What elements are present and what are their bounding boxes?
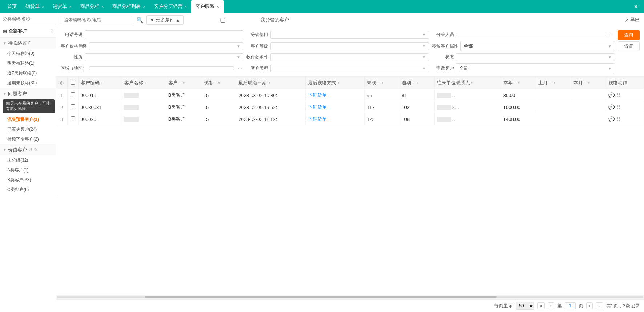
field-region-label: 区域（地区） [61, 65, 87, 72]
th-gear[interactable]: ⚙ [56, 77, 67, 89]
page-number-input[interactable] [565, 302, 576, 309]
field-price-level-select[interactable]: ▼ [89, 42, 243, 50]
sidebar-item-today[interactable]: 今天待联络(0) [0, 49, 56, 58]
first-page-button[interactable]: « [537, 302, 545, 309]
sidebar-item-class-a[interactable]: A类客户(1) [0, 165, 56, 175]
tab-analysis[interactable]: 商品分析 × [76, 0, 108, 13]
window-close-button[interactable]: ✕ [631, 3, 641, 10]
th-checkbox[interactable] [67, 77, 78, 89]
tab-analysis-list[interactable]: 商品分析列表 × [108, 0, 149, 13]
my-customers-checkbox-label[interactable]: 我分管的客户 [186, 17, 289, 23]
manager-dots-button[interactable]: ··· [608, 32, 615, 37]
tab-sales-close[interactable]: × [42, 4, 44, 9]
row-last-method-3[interactable]: 下销货单 [305, 113, 364, 125]
tab-analysis-list-close[interactable]: × [143, 4, 145, 9]
grid-icon: ⊞ [3, 29, 7, 34]
refresh-icon[interactable]: ↺ [28, 147, 32, 153]
sidebar-group-value-header[interactable]: ▼ 价值客户 ↺ ✎ [0, 145, 56, 155]
next-page-button[interactable]: › [586, 302, 593, 309]
more-icon-1[interactable]: ⠿ [617, 92, 620, 98]
row-checkbox-1[interactable] [67, 89, 78, 101]
th-unlink-days[interactable]: 未联... [364, 77, 399, 89]
tab-customer-contact-close[interactable]: × [217, 4, 219, 9]
field-nature-select[interactable]: ▼ [85, 53, 243, 61]
row-num-1: 1 [56, 89, 67, 101]
sidebar-item-class-b[interactable]: B类客户(33) [0, 175, 56, 185]
row-checkbox-2[interactable] [67, 101, 78, 113]
horizontal-scrollbar[interactable] [56, 295, 644, 299]
field-dept-select[interactable]: ▼ [270, 31, 429, 39]
more-icon-2[interactable]: ⠿ [617, 104, 620, 110]
sidebar-group-pending-header[interactable]: ▼ 待联络客户 [0, 38, 56, 49]
edit-icon[interactable]: ✎ [34, 147, 38, 153]
table-header-row: ⚙ 客户编码 客户名称 客户... 联络... 最后联络日期 最后联络方式 未联… [56, 77, 644, 89]
tab-customer-layer[interactable]: 客户分层经营 × [150, 0, 191, 13]
tab-purchase[interactable]: 进货单 × [48, 0, 76, 13]
field-manager-select[interactable] [456, 33, 605, 36]
sidebar-collapse-btn[interactable]: « [51, 29, 53, 34]
sidebar-item-churned[interactable]: 已流失客户(24) [0, 125, 56, 134]
field-customer-type-select[interactable]: ▼ [270, 65, 429, 72]
region-dots-button[interactable]: ··· [236, 65, 243, 71]
th-this-year[interactable]: 本年... [501, 77, 536, 89]
row-last-method-1[interactable]: 下销货单 [305, 89, 364, 101]
select-all-checkbox[interactable] [71, 80, 75, 85]
row-1-checkbox[interactable] [71, 92, 75, 97]
sidebar-item-overdue[interactable]: 逾期未联络(30) [0, 78, 56, 88]
sidebar-item-declining[interactable]: 持续下滑客户(2) [0, 134, 56, 144]
tab-customer-layer-close[interactable]: × [185, 4, 187, 9]
tab-purchase-close[interactable]: × [69, 4, 71, 9]
field-region-select[interactable] [89, 66, 234, 70]
sidebar-item-7days[interactable]: 近7天待联络(0) [0, 68, 56, 78]
th-contact-count[interactable]: 联络... [201, 77, 236, 89]
chat-icon-2[interactable]: 💬 [608, 104, 615, 110]
th-customer-type[interactable]: 客户... [166, 77, 201, 89]
th-customer-name[interactable]: 客户名称 [122, 77, 166, 89]
sidebar-item-tomorrow[interactable]: 明天待联络(1) [0, 58, 56, 68]
filter-row-1: 电话号码 分管部门 ▼ 分管人员 [61, 30, 615, 39]
home-tab[interactable]: 首页 [3, 3, 21, 10]
my-customers-checkbox[interactable] [186, 18, 259, 23]
sidebar-group-problem-header[interactable]: ▼ 问题客户 [0, 88, 56, 99]
field-retail-select[interactable]: 全部 ▼ [456, 63, 615, 73]
sidebar-search-input[interactable] [3, 16, 56, 21]
sidebar-item-ungrouped[interactable]: 未分组(32) [0, 155, 56, 165]
th-this-month[interactable]: 本月... [571, 77, 606, 89]
field-customer-level: 客户等级 ▼ [246, 42, 429, 50]
field-payment-select[interactable]: ▼ [270, 53, 429, 61]
more-icon-3[interactable]: ⠿ [617, 116, 620, 122]
tab-analysis-close[interactable]: × [101, 4, 104, 9]
field-phone-input[interactable] [85, 30, 243, 39]
search-button[interactable]: 🔍 [136, 17, 144, 24]
settings-button[interactable]: 设置 [618, 41, 640, 51]
prev-page-button[interactable]: ‹ [548, 302, 554, 309]
tab-sales[interactable]: 销货单 × [21, 0, 48, 13]
row-3-checkbox[interactable] [71, 116, 75, 121]
field-status-select[interactable]: ▼ [456, 53, 615, 61]
query-button[interactable]: 查询 [618, 30, 640, 40]
more-conditions-button[interactable]: ▼ 更多条件 ▲ [146, 15, 184, 25]
row-2-checkbox[interactable] [71, 104, 75, 109]
search-input[interactable] [61, 16, 133, 24]
sidebar-item-churn-warning[interactable]: 流失预警客户(3) [0, 115, 56, 125]
th-last-contact-method[interactable]: 最后联络方式 [305, 77, 364, 89]
sidebar-item-class-c[interactable]: C类客户(6) [0, 185, 56, 195]
chat-icon-3[interactable]: 💬 [608, 116, 615, 122]
chat-icon-1[interactable]: 💬 [608, 92, 615, 98]
th-last-contact-date[interactable]: 最后联络日期 [236, 77, 306, 89]
th-overdue[interactable]: 逾期... [399, 77, 434, 89]
row-checkbox-3[interactable] [67, 113, 78, 125]
export-button[interactable]: ↗ 导出 [625, 17, 640, 23]
tab-customer-contact[interactable]: 客户联系 × [191, 0, 223, 13]
field-customer-level-select[interactable]: ▼ [270, 42, 429, 50]
th-last-month[interactable]: 上月... [536, 77, 571, 89]
last-page-button[interactable]: » [596, 302, 603, 309]
scroll-thumb[interactable] [145, 296, 497, 298]
th-liaison[interactable]: 往来单位联系人 [434, 77, 501, 89]
top-nav: 首页 销货单 × 进货单 × 商品分析 × 商品分析列表 × 客户分层经营 × … [0, 0, 644, 13]
th-customer-code[interactable]: 客户编码 [78, 77, 122, 89]
per-page-select[interactable]: 50 10 20 100 [516, 302, 534, 310]
chevron-down-icon-5: ▼ [237, 55, 240, 59]
row-last-method-2[interactable]: 下销货单 [305, 101, 364, 113]
field-retail-attr-select[interactable]: 全部 ▼ [460, 41, 615, 51]
